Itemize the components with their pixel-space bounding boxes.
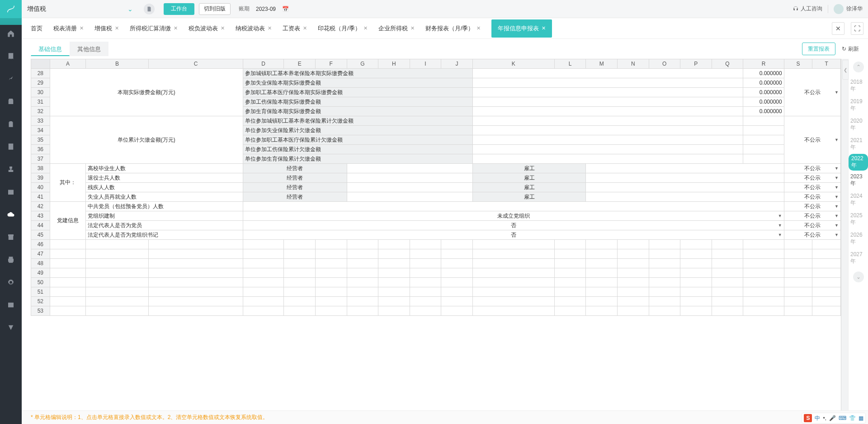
horizontal-scrollbar[interactable] xyxy=(31,403,841,410)
nav-cloud-icon[interactable] xyxy=(0,208,22,221)
nav-clipboard-icon[interactable] xyxy=(0,118,22,130)
year-2020年[interactable]: 2020年 xyxy=(849,115,868,134)
row-header-35[interactable]: 35 xyxy=(31,135,50,145)
year-2022年[interactable]: 2022年 xyxy=(849,154,868,171)
nav-archive-icon[interactable] xyxy=(0,231,22,243)
subtab-other[interactable]: 其他信息 xyxy=(70,42,108,56)
period-value[interactable]: 2023-09 xyxy=(256,6,276,12)
tab-close-icon[interactable]: ✕ xyxy=(115,25,119,31)
year-2025年[interactable]: 2025年 xyxy=(849,210,868,229)
col-header-M[interactable]: M xyxy=(586,59,618,69)
col-header-O[interactable]: O xyxy=(649,59,680,69)
consult-link[interactable]: 人工咨询 xyxy=(793,5,822,13)
tab-close-icon[interactable]: ✕ xyxy=(410,25,415,31)
col-header-F[interactable]: F xyxy=(315,59,347,69)
year-down-icon[interactable]: ⌄ xyxy=(853,272,864,282)
nav-money-icon[interactable] xyxy=(0,95,22,108)
row-header-33[interactable]: 33 xyxy=(31,116,50,126)
ime-lang[interactable]: 中 xyxy=(815,414,820,422)
year-2024年[interactable]: 2024年 xyxy=(849,190,868,210)
ime-punct[interactable]: •, xyxy=(823,415,826,421)
row-header-48[interactable]: 48 xyxy=(31,259,50,268)
row-header-40[interactable]: 40 xyxy=(31,183,50,192)
row-header-50[interactable]: 50 xyxy=(31,278,50,287)
vertical-scrollbar[interactable] xyxy=(841,59,848,410)
row-header-31[interactable]: 31 xyxy=(31,97,50,107)
col-header-D[interactable]: D xyxy=(243,59,283,69)
nav-v-icon[interactable] xyxy=(0,321,22,334)
row-header-28[interactable]: 28 xyxy=(31,69,50,78)
row-header-43[interactable]: 43 xyxy=(31,211,50,221)
row-header-49[interactable]: 49 xyxy=(31,268,50,278)
calendar-icon[interactable]: 📅 xyxy=(282,6,289,12)
nav-print-icon[interactable] xyxy=(0,253,22,266)
nav-home-icon[interactable] xyxy=(0,27,22,40)
tab-9[interactable]: 财务报表（月/季）✕ xyxy=(425,18,481,39)
year-2018年[interactable]: 2018年 xyxy=(849,76,868,95)
nav-video-icon[interactable] xyxy=(0,299,22,311)
tab-2[interactable]: 增值税✕ xyxy=(94,18,119,39)
col-header-J[interactable]: J xyxy=(441,59,473,69)
ime-skin-icon[interactable]: 👕 xyxy=(849,415,856,421)
nav-chart-icon[interactable] xyxy=(0,72,22,85)
col-header-H[interactable]: H xyxy=(378,59,410,69)
col-header-R[interactable]: R xyxy=(743,59,784,69)
year-2026年[interactable]: 2026年 xyxy=(849,229,868,248)
col-header-L[interactable]: L xyxy=(554,59,586,69)
ime-mic-icon[interactable]: 🎤 xyxy=(829,415,836,421)
tab-1[interactable]: 税表清册✕ xyxy=(53,18,84,39)
refresh-button[interactable]: ↻ 刷新 xyxy=(842,45,859,53)
row-header-44[interactable]: 44 xyxy=(31,221,50,230)
reset-report-button[interactable]: 重置报表 xyxy=(802,43,835,55)
year-2021年[interactable]: 2021年 xyxy=(849,134,868,154)
nav-settings-icon[interactable] xyxy=(0,276,22,289)
row-header-30[interactable]: 30 xyxy=(31,88,50,97)
year-2027年[interactable]: 2027年 xyxy=(849,248,868,268)
tab-close-icon[interactable]: ✕ xyxy=(303,25,307,31)
row-header-37[interactable]: 37 xyxy=(31,154,50,164)
tab-8[interactable]: 企业所得税✕ xyxy=(378,18,415,39)
tab-4[interactable]: 税负波动表✕ xyxy=(189,18,225,39)
expand-icon[interactable]: ⛶ xyxy=(851,22,863,35)
col-header-C[interactable]: C xyxy=(149,59,243,69)
col-header-S[interactable]: S xyxy=(784,59,812,69)
row-header-42[interactable]: 42 xyxy=(31,202,50,211)
nav-calendar-icon[interactable] xyxy=(0,186,22,198)
col-header-Q[interactable]: Q xyxy=(712,59,743,69)
row-header-34[interactable]: 34 xyxy=(31,126,50,135)
row-header-53[interactable]: 53 xyxy=(31,306,50,316)
tab-6[interactable]: 工资表✕ xyxy=(283,18,307,39)
nopublic-dd[interactable]: 不公示 xyxy=(784,69,840,116)
title-dropdown-icon[interactable]: ⌄ xyxy=(125,5,136,13)
tab-7[interactable]: 印花税（月/季）✕ xyxy=(318,18,368,39)
corner-cell[interactable] xyxy=(31,59,50,69)
col-header-N[interactable]: N xyxy=(617,59,649,69)
ime-bar[interactable]: S 中 •, 🎤 ⌨ 👕 ▦ xyxy=(802,413,865,423)
col-header-A[interactable]: A xyxy=(50,59,85,69)
tab-close-icon[interactable]: ✕ xyxy=(268,25,272,31)
nav-stamp-icon[interactable] xyxy=(0,163,22,176)
row-header-38[interactable]: 38 xyxy=(31,164,50,173)
row-header-36[interactable]: 36 xyxy=(31,145,50,154)
row-header-39[interactable]: 39 xyxy=(31,173,50,183)
tab-close-icon[interactable]: ✕ xyxy=(476,25,481,31)
tab-close-icon[interactable]: ✕ xyxy=(174,25,178,31)
row-header-45[interactable]: 45 xyxy=(31,230,50,240)
year-up-icon[interactable]: ⌃ xyxy=(853,62,864,72)
row-header-52[interactable]: 52 xyxy=(31,297,50,306)
subtab-basic[interactable]: 基础信息 xyxy=(31,42,70,56)
tab-10[interactable]: 年报信息申报表✕ xyxy=(491,19,552,38)
tab-close-icon[interactable]: ✕ xyxy=(363,25,368,31)
col-header-T[interactable]: T xyxy=(812,59,841,69)
ime-keyboard-icon[interactable]: ⌨ xyxy=(839,415,846,421)
tab-close-icon[interactable]: ✕ xyxy=(221,25,225,31)
tab-close-icon[interactable]: ✕ xyxy=(80,25,84,31)
tab-5[interactable]: 纳税波动表✕ xyxy=(236,18,272,39)
tab-close-icon[interactable]: ✕ xyxy=(542,25,546,31)
ime-menu-icon[interactable]: ▦ xyxy=(859,415,863,421)
close-all-tabs-icon[interactable]: ✕ xyxy=(832,22,844,35)
row-header-29[interactable]: 29 xyxy=(31,78,50,88)
col-header-G[interactable]: G xyxy=(347,59,378,69)
row-header-47[interactable]: 47 xyxy=(31,249,50,259)
col-header-K[interactable]: K xyxy=(472,59,554,69)
